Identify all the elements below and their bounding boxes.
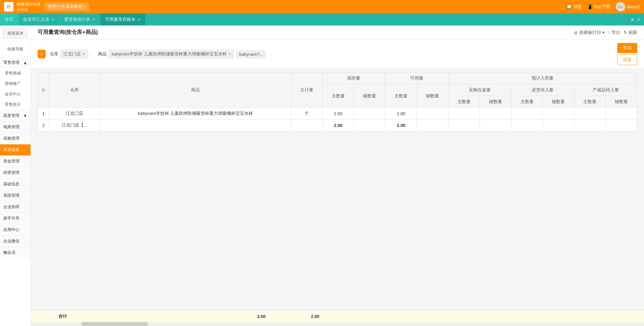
- printer-icon: 🖨: [574, 30, 578, 35]
- product-tag1-close[interactable]: ✕: [228, 52, 231, 56]
- th-available-aux: 辅数量: [417, 84, 448, 108]
- tab-receive-summary[interactable]: 收发存汇总表 ✕: [18, 13, 59, 26]
- sidebar-item-shortcut[interactable]: 快捷导航: [0, 44, 31, 55]
- sidebar-shortcut: 快捷导航: [0, 42, 31, 57]
- sidebar-inventory-header[interactable]: 库存核算: [0, 144, 31, 155]
- sidebar-operation-header[interactable]: 经营管理: [0, 167, 31, 178]
- app-title: 畅捷通好生意: [17, 1, 41, 7]
- export-btn[interactable]: ↑ 导出: [608, 30, 621, 36]
- warehouse-tag[interactable]: 江北门店 ✕: [60, 50, 88, 58]
- tab-home[interactable]: 首页: [0, 13, 18, 26]
- account-dropdown[interactable]: 母婴行业演示账套 ▾: [44, 2, 89, 11]
- tab-available-inventory[interactable]: 可用量库存账本 ✕: [100, 13, 146, 26]
- chevron-down-icon: ▼: [23, 113, 27, 118]
- top-bar-right: 💬 消息 📱 App下载 Ea demo2: [567, 2, 640, 11]
- chevron-down-icon: ▾: [602, 30, 605, 35]
- sidebar-purchase-header[interactable]: 采购管理: [0, 133, 31, 144]
- refresh-btn[interactable]: ↻ 刷新: [624, 30, 637, 36]
- inventory-table: ⚙ 仓库 商品 主计量 现存量 可用量 预计入库量 主数量 辅数量 主数量 辅数…: [38, 72, 637, 131]
- refresh-icon: ↻: [624, 30, 627, 35]
- maximize-icon[interactable]: ⤢: [637, 17, 641, 22]
- sidebar-section-wholesale: 批发管理 ▼: [0, 110, 31, 122]
- sidebar-section-finance: 资金管理: [0, 156, 31, 167]
- sidebar-app-center-header[interactable]: 应用中心: [0, 224, 31, 235]
- th-warehouse: 仓库: [49, 73, 100, 108]
- th-purchase-transit-group: 采购在途量: [448, 84, 511, 96]
- sidebar-section-system: 系统管理: [0, 190, 31, 201]
- app-icon: 📱: [587, 4, 593, 9]
- sidebar: 搜索菜单 快捷导航 零售管理 ▲ 零售商城 营销推广 会员中心 零售统计 批发管…: [0, 26, 31, 326]
- sidebar-item-retail-mall[interactable]: 零售商城: [0, 68, 31, 79]
- close-icon[interactable]: ✕: [631, 17, 634, 22]
- page-header-actions: 🖨 按模板打印 ▾ ↑ 导出 ↻ 刷新: [574, 30, 638, 36]
- sidebar-enterprise-wechat-header[interactable]: 企业微信: [0, 236, 31, 247]
- sidebar-vip-header[interactable]: 畅会员: [0, 247, 31, 258]
- th-finished-main: 主数量: [574, 96, 606, 108]
- content-area: 可用量查询(按仓库+商品) 🖨 按模板打印 ▾ ↑ 导出 ↻ 刷新 »: [31, 26, 644, 326]
- message-icon: 💬: [567, 4, 572, 9]
- scroll-thumb[interactable]: [81, 322, 148, 326]
- table-row: 1 江北门店 babycare学饮杯 儿童防摔防撞吸管杯重力球吸嘴杯宝宝水杯 个…: [38, 108, 637, 120]
- sidebar-section-basic: 基础信息: [0, 179, 31, 190]
- template-print-btn[interactable]: 🖨 按模板打印 ▾: [574, 30, 605, 36]
- sidebar-section-app-center: 应用中心: [0, 224, 31, 236]
- message-btn[interactable]: 💬 消息: [567, 4, 582, 10]
- sidebar-retail-header[interactable]: 零售管理 ▲: [0, 57, 31, 68]
- th-available-group: 可用量: [385, 73, 448, 84]
- sidebar-system-header[interactable]: 系统管理: [0, 190, 31, 201]
- tab-receive-summary-close[interactable]: ✕: [51, 17, 54, 22]
- th-purchase-main: 主数量: [448, 96, 480, 108]
- footer-current-main: 2.00: [239, 314, 266, 319]
- query-btn[interactable]: 查询: [617, 43, 637, 53]
- th-goods-main: 主数量: [511, 96, 543, 108]
- user-menu[interactable]: Ea demo2: [616, 2, 640, 11]
- top-bar-left: 好 畅捷通好生意 标准版 母婴行业演示账套 ▾: [4, 1, 89, 12]
- table-row: 2 江北门店【... 2.00 2.00: [38, 120, 637, 131]
- sidebar-section-operation: 经营管理: [0, 167, 31, 179]
- export-icon: ↑: [608, 30, 610, 35]
- app-download-btn[interactable]: 📱 App下载: [587, 4, 610, 10]
- sidebar-newbie-header[interactable]: 新手引导: [0, 213, 31, 224]
- sidebar-item-retail-marketing[interactable]: 营销推广: [0, 79, 31, 89]
- th-current-main: 主数量: [322, 84, 354, 108]
- sidebar-section-newbie: 新手引导: [0, 213, 31, 224]
- sidebar-search-area: 搜索菜单: [0, 26, 31, 42]
- gear-icon[interactable]: ⚙: [41, 87, 46, 93]
- th-planned-in-group: 预计入库量: [448, 73, 637, 84]
- sidebar-ecommerce-header[interactable]: 电商管理: [0, 122, 31, 133]
- th-goods-pending-group: 进货待入量: [511, 84, 574, 96]
- sidebar-basic-header[interactable]: 基础信息: [0, 179, 31, 190]
- table-area: ⚙ 仓库 商品 主计量 现存量 可用量 预计入库量 主数量 辅数量 主数量 辅数…: [31, 69, 644, 310]
- settings-btn[interactable]: 设置: [617, 54, 637, 65]
- avatar: Ea: [616, 2, 625, 11]
- filter-bar: » 仓库 江北门店 ✕ ··· 商品 babycare学饮杯 儿童防摔防撞吸管杯…: [31, 40, 644, 69]
- product-tag1[interactable]: babycare学饮杯 儿童防摔防撞吸管杯重力球吸嘴杯宝宝水杯 ✕: [109, 50, 234, 58]
- sidebar-wholesale-header[interactable]: 批发管理 ▼: [0, 110, 31, 121]
- warehouse-tag-close[interactable]: ✕: [82, 52, 85, 56]
- th-purchase-aux: 辅数量: [480, 96, 511, 108]
- th-current-aux: 辅数量: [354, 84, 385, 108]
- sidebar-enterprise-header[interactable]: 企业协同: [0, 201, 31, 213]
- th-finished-aux: 辅数量: [606, 96, 637, 108]
- chevron-down-icon: ▾: [84, 5, 86, 9]
- page-header: 可用量查询(按仓库+商品) 🖨 按模板打印 ▾ ↑ 导出 ↻ 刷新: [31, 26, 644, 40]
- table-footer: 合计 2.00 2.00: [31, 310, 644, 322]
- horizontal-scrollbar[interactable]: [31, 322, 644, 326]
- product-ellipsis: ···: [268, 52, 272, 57]
- app-logo-icon: 好: [4, 2, 13, 11]
- sidebar-section-ecommerce: 电商管理: [0, 122, 31, 133]
- search-menu-btn[interactable]: 搜索菜单: [3, 28, 28, 39]
- filter-toggle-btn[interactable]: »: [38, 50, 46, 58]
- sidebar-section-purchase: 采购管理: [0, 133, 31, 144]
- tab-available-inventory-close[interactable]: ✕: [138, 17, 141, 22]
- tab-order-stats-close[interactable]: ✕: [92, 17, 95, 22]
- sidebar-finance-header[interactable]: 资金管理: [0, 156, 31, 167]
- sidebar-section-enterprise-wechat: 企业微信: [0, 236, 31, 247]
- sidebar-item-retail-stats[interactable]: 零售统计: [0, 99, 31, 110]
- filter-warehouse: 仓库 江北门店 ✕ ···: [50, 50, 94, 58]
- app-subtitle: 标准版: [17, 7, 41, 12]
- sidebar-item-member-center[interactable]: 会员中心: [0, 89, 31, 99]
- product-tag2[interactable]: babycare?...: [236, 50, 266, 58]
- th-unit: 主计量: [291, 73, 322, 108]
- tab-order-stats[interactable]: 要货单统计表 ✕: [59, 13, 100, 26]
